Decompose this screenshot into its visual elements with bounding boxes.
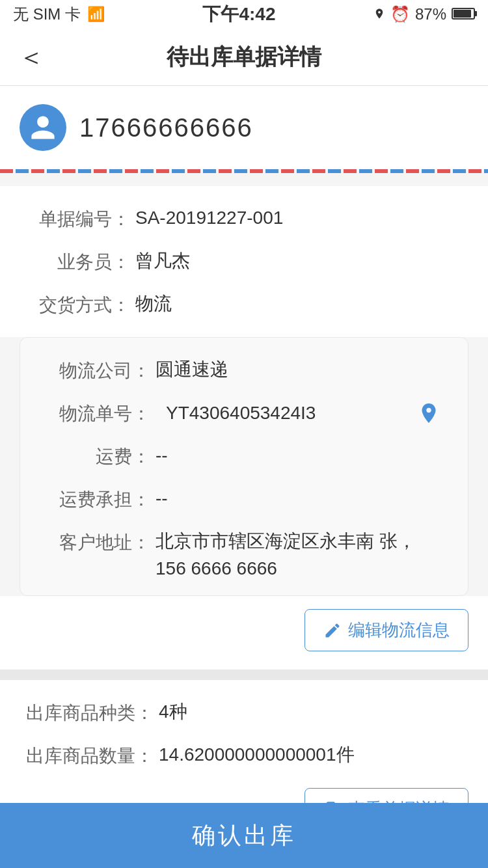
- goods-quantity-value: 14.620000000000001件: [154, 741, 462, 768]
- order-info-section: 单据编号： SA-20191227-001 业务员： 曾凡杰 交货方式： 物流: [0, 186, 488, 337]
- freight-bearer-value: --: [150, 485, 442, 512]
- goods-quantity-label: 出库商品数量：: [26, 741, 154, 770]
- delivery-method-row: 交货方式： 物流: [26, 290, 462, 319]
- sales-person-label: 业务员：: [26, 247, 130, 276]
- wifi-icon: 📶: [87, 6, 105, 23]
- sales-person-row: 业务员： 曾凡杰: [26, 247, 462, 276]
- avatar: [20, 104, 66, 151]
- tracking-number-row: 物流单号： YT43064053424I3: [46, 399, 442, 427]
- tracking-number-label: 物流单号：: [46, 399, 150, 427]
- edit-logistics-area: 编辑物流信息: [0, 596, 488, 670]
- logistics-company-row: 物流公司： 圆通速递: [46, 356, 442, 385]
- document-number-row: 单据编号： SA-20191227-001: [26, 204, 462, 233]
- freight-label: 运费：: [46, 442, 150, 470]
- battery-icon: [452, 5, 475, 23]
- address-label: 客户地址：: [46, 528, 150, 556]
- section-separator: [0, 670, 488, 680]
- status-bar: 无 SIM 卡 📶 下午4:42 ⏰ 87%: [0, 0, 488, 29]
- edit-icon: [323, 621, 342, 640]
- status-left: 无 SIM 卡 📶: [13, 4, 105, 25]
- goods-section: 出库商品种类： 4种 出库商品数量： 14.620000000000001件: [0, 680, 488, 788]
- delivery-method-label: 交货方式：: [26, 290, 130, 319]
- carrier-label: 无 SIM 卡: [13, 4, 81, 25]
- freight-row: 运费： --: [46, 442, 442, 470]
- nav-bar: ＜ 待出库单据详情: [0, 29, 488, 86]
- logistics-company-label: 物流公司：: [46, 356, 150, 385]
- battery-label: 87%: [415, 5, 446, 23]
- goods-type-row: 出库商品种类： 4种: [26, 698, 462, 727]
- customer-phone: 17666666666: [79, 113, 253, 142]
- alarm-icon: ⏰: [390, 5, 410, 23]
- customer-header: 17666666666: [0, 86, 488, 169]
- back-button[interactable]: ＜: [18, 39, 44, 75]
- freight-value: --: [150, 442, 442, 469]
- goods-quantity-row: 出库商品数量： 14.620000000000001件: [26, 741, 462, 770]
- sales-person-value: 曾凡杰: [130, 247, 462, 275]
- document-number-label: 单据编号：: [26, 204, 130, 233]
- tracking-number-value: YT43064053424I3: [161, 400, 405, 427]
- address-row: 客户地址： 北京市市辖区海淀区永丰南 张，156 6666 6666: [46, 528, 442, 582]
- page-title: 待出库单据详情: [167, 42, 321, 72]
- delivery-method-value: 物流: [130, 290, 462, 318]
- dashed-divider: [0, 169, 488, 173]
- tracking-location-icon[interactable]: [416, 400, 442, 426]
- user-icon: [29, 113, 57, 142]
- location-status-icon: [373, 5, 385, 23]
- address-value: 北京市市辖区海淀区永丰南 张，156 6666 6666: [150, 528, 442, 582]
- freight-bearer-row: 运费承担： --: [46, 485, 442, 513]
- freight-bearer-label: 运费承担：: [46, 485, 150, 513]
- document-number-value: SA-20191227-001: [130, 204, 462, 232]
- edit-logistics-button[interactable]: 编辑物流信息: [305, 609, 468, 651]
- logistics-company-value: 圆通速递: [150, 356, 442, 383]
- confirm-button-label: 确认出库: [192, 820, 296, 852]
- confirm-button-area[interactable]: 确认出库: [0, 803, 488, 868]
- status-time: 下午4:42: [202, 2, 275, 27]
- status-right: ⏰ 87%: [373, 5, 475, 23]
- goods-type-value: 4种: [154, 698, 462, 726]
- logistics-card: 物流公司： 圆通速递 物流单号： YT43064053424I3 运费： -- …: [20, 337, 468, 596]
- edit-logistics-label: 编辑物流信息: [348, 619, 450, 642]
- goods-type-label: 出库商品种类：: [26, 698, 154, 727]
